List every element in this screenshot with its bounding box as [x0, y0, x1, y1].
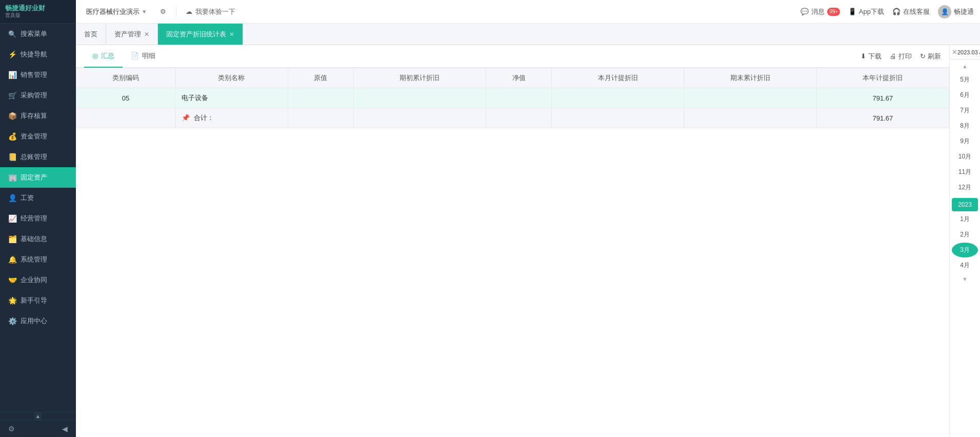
date-panel: ✕ 2023.03 ⤢ ▲ 5月 6月 7月 8月 9月 10月 11月 12月 [949, 45, 980, 437]
purchase-icon: 🛒 [8, 91, 16, 100]
date-month-2023-4[interactable]: 4月 [952, 258, 978, 273]
refresh-icon: ↻ [920, 52, 926, 60]
table-total-row: 📌 合计： 791.67 [76, 108, 949, 128]
date-month-5[interactable]: 5月 [952, 72, 978, 87]
sidebar-item-guide[interactable]: 🌟 新手引导 [0, 290, 76, 311]
sidebar-item-label: 库存核算 [21, 111, 47, 121]
notification-badge: 99+ [827, 8, 839, 16]
settings-icon[interactable]: ⚙ [8, 425, 15, 433]
sidebar-item-label: 系统管理 [21, 255, 47, 264]
total-label-cell [76, 108, 175, 128]
headset-icon: 🎧 [892, 8, 901, 15]
sidebar-item-operations[interactable]: 📈 经营管理 [0, 208, 76, 229]
refresh-button[interactable]: ↻ 刷新 [920, 52, 941, 61]
print-button[interactable]: 🖨 打印 [890, 52, 912, 61]
sidebar-scroll: ⚡ 快捷导航 📊 销售管理 🛒 采购管理 📦 库存核算 💰 资金管理 📒 总账管… [0, 44, 76, 412]
date-month-10[interactable]: 10月 [952, 149, 978, 164]
depreciation-table-wrapper: 类别编码 类别名称 原值 期初累计折旧 净值 本月计提折旧 期末累计折旧 本年计… [76, 68, 949, 128]
date-month-12[interactable]: 12月 [952, 180, 978, 195]
date-month-2023-1[interactable]: 1月 [952, 212, 978, 227]
tab-asset-mgmt[interactable]: 资产管理 ✕ [106, 24, 158, 45]
sidebar-scroll-up[interactable]: ▲ [34, 412, 42, 420]
sidebar-item-purchase[interactable]: 🛒 采购管理 [0, 85, 76, 106]
basic-info-icon: 🗂️ [8, 235, 16, 243]
sales-icon: 📊 [8, 71, 16, 79]
main-content: ◎ 汇总 📄 明细 ⬇ 下载 🖨 打印 [76, 45, 949, 437]
sidebar-item-label: 经营管理 [21, 214, 47, 223]
sidebar-logo: 畅捷通好业财 [5, 4, 45, 12]
row-net-value [486, 88, 552, 108]
col-header-original-value: 原值 [288, 68, 353, 88]
online-support-button[interactable]: 🎧 在线客服 [892, 7, 930, 16]
cloud-icon: ☁ [186, 8, 192, 15]
tabs-bar: 首页 资产管理 ✕ 固定资产折旧统计表 ✕ [76, 24, 980, 45]
funds-icon: 💰 [8, 132, 16, 141]
sidebar-item-funds[interactable]: 💰 资金管理 [0, 126, 76, 147]
notification-button[interactable]: 💬 消息 99+ [801, 7, 839, 16]
date-month-9[interactable]: 9月 [952, 134, 978, 149]
scroll-up-arrow[interactable]: ▲ [950, 62, 980, 71]
sub-tabs-bar: ◎ 汇总 📄 明细 ⬇ 下载 🖨 打印 [76, 45, 949, 68]
scroll-down-arrow[interactable]: ▼ [950, 274, 980, 284]
sidebar-scroll-ctrl: ▲ [0, 412, 76, 420]
guide-icon: 🌟 [8, 296, 16, 305]
download-button[interactable]: ⬇ 下载 [861, 52, 882, 61]
system-icon: 🔔 [8, 255, 16, 264]
refresh-label: 刷新 [928, 52, 941, 61]
sidebar-item-enterprise[interactable]: 🤝 企业协同 [0, 270, 76, 290]
company-selector[interactable]: 医疗器械行业演示 ▾ [82, 5, 150, 18]
col-header-initial-accum: 期初累计折旧 [353, 68, 486, 88]
sidebar-item-basic-info[interactable]: 🗂️ 基础信息 [0, 229, 76, 249]
total-original-value [288, 108, 353, 128]
date-month-2023-2[interactable]: 2月 [952, 227, 978, 242]
app-download-button[interactable]: 📱 App下载 [848, 7, 884, 16]
topbar-settings-button[interactable]: ⚙ [155, 4, 171, 19]
date-month-2023-3[interactable]: 3月 [952, 243, 978, 257]
sidebar: 畅捷通好业财 普及版 🔍 搜索菜单 ⚡ 快捷导航 📊 销售管理 🛒 采购管理 📦… [0, 0, 76, 437]
tab-depreciation-close[interactable]: ✕ [229, 31, 234, 38]
sub-tab-detail-label: 明细 [142, 51, 155, 61]
row-ending-accum [684, 88, 816, 108]
total-monthly-depr [551, 108, 684, 128]
toolbar-right: ⬇ 下载 🖨 打印 ↻ 刷新 [861, 52, 941, 61]
topbar-divider [176, 7, 176, 17]
panel-close-button[interactable]: ✕ [952, 48, 957, 56]
row-code: 05 [76, 88, 175, 108]
panel-expand-button[interactable]: ⤢ [978, 48, 980, 56]
sidebar-item-ledger[interactable]: 📒 总账管理 [0, 147, 76, 167]
sidebar-search[interactable]: 🔍 搜索菜单 [0, 24, 76, 44]
sidebar-item-inventory[interactable]: 📦 库存核算 [0, 106, 76, 126]
settings-icon: ⚙ [160, 8, 166, 15]
date-month-7[interactable]: 7月 [952, 103, 978, 118]
sub-tab-summary[interactable]: ◎ 汇总 [84, 45, 123, 68]
user-avatar-button[interactable]: 👤 畅捷通 [938, 5, 974, 18]
sidebar-item-sales[interactable]: 📊 销售管理 [0, 65, 76, 85]
tab-depreciation-label: 固定资产折旧统计表 [166, 30, 226, 39]
sidebar-item-app-center[interactable]: ⚙️ 应用中心 [0, 311, 76, 331]
sub-tab-detail[interactable]: 📄 明细 [123, 45, 164, 68]
collapse-icon[interactable]: ◀ [62, 425, 68, 433]
sidebar-item-label: 固定资产 [21, 173, 47, 182]
total-icon: 📌 [182, 114, 190, 122]
tab-depreciation[interactable]: 固定资产折旧统计表 ✕ [158, 24, 243, 45]
tab-home[interactable]: 首页 [76, 24, 106, 45]
col-header-code: 类别编码 [76, 68, 175, 88]
date-month-6[interactable]: 6月 [952, 88, 978, 103]
payroll-icon: 👤 [8, 194, 16, 202]
sidebar-item-quick-nav[interactable]: ⚡ 快捷导航 [0, 44, 76, 65]
sidebar-item-label: 工资 [21, 193, 34, 203]
date-month-11[interactable]: 11月 [952, 165, 978, 180]
sub-tab-summary-label: 汇总 [101, 51, 114, 61]
sidebar-item-fixed-assets[interactable]: 🏢 固定资产 [0, 167, 76, 188]
date-month-8[interactable]: 8月 [952, 118, 978, 133]
experience-button[interactable]: ☁ 我要体验一下 [182, 5, 239, 18]
sidebar-item-system[interactable]: 🔔 系统管理 [0, 249, 76, 270]
company-name: 医疗器械行业演示 [86, 7, 139, 16]
tab-asset-mgmt-close[interactable]: ✕ [144, 31, 149, 38]
online-support-label: 在线客服 [903, 7, 930, 16]
sidebar-item-payroll[interactable]: 👤 工资 [0, 188, 76, 208]
summary-icon: ◎ [92, 52, 98, 59]
table-row: 05 电子设备 791.67 [76, 88, 949, 108]
quick-nav-icon: ⚡ [8, 50, 16, 58]
ledger-icon: 📒 [8, 153, 16, 161]
